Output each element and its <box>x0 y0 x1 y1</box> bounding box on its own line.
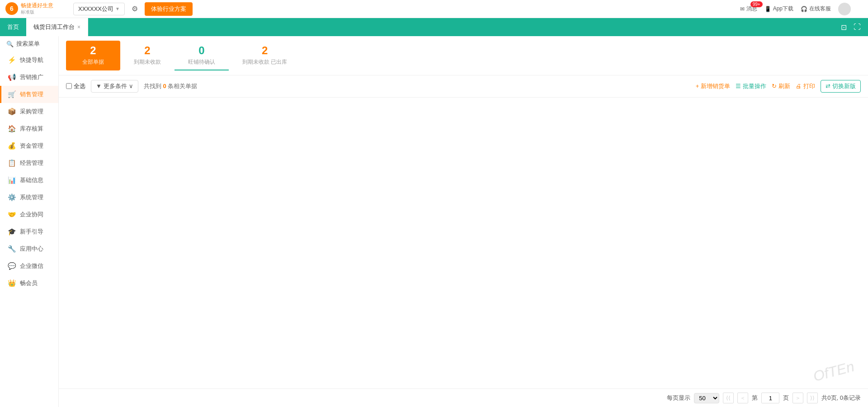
pagination-bar: 每页显示 50 20 100 ⟨⟨ ＜ 第 页 ＞ ⟩⟩ 共0页, 0条记录 <box>59 388 868 407</box>
switch-version-button[interactable]: ⇄ 切换新版 <box>821 80 861 93</box>
guide-icon: 🎓 <box>8 228 16 236</box>
found-prefix: 共找到 <box>144 83 161 89</box>
messages-button[interactable]: ✉ 消息 99+ <box>740 5 757 13</box>
enterprise-icon: 🤝 <box>8 211 16 219</box>
filter-chevron-icon: ∨ <box>129 83 133 89</box>
sidebar-item-inventory[interactable]: 🏠 库存核算 <box>0 120 58 137</box>
filter-button[interactable]: ▼ 更多条件 ∨ <box>91 80 138 93</box>
online-service-label: 在线客服 <box>809 5 831 13</box>
sidebar-item-finance[interactable]: 💰 资金管理 <box>0 137 58 154</box>
mobile-icon: 📱 <box>764 6 771 12</box>
switch-icon: ⇄ <box>826 83 830 89</box>
logo-text-block: 畅捷通好生意 标准版 <box>21 2 53 15</box>
print-label: 打印 <box>803 82 815 90</box>
sidebar-item-quicknav[interactable]: ⚡ 快捷导航 <box>0 51 58 69</box>
logo-name: 畅捷通好生意 <box>21 2 53 9</box>
filter-icon: ▼ <box>96 83 102 89</box>
sidebar-item-basic-info[interactable]: 📊 基础信息 <box>0 172 58 189</box>
sales-label: 销售管理 <box>20 90 43 98</box>
last-page-button[interactable]: ⟩⟩ <box>807 393 818 403</box>
online-service-button[interactable]: 🎧 在线客服 <box>801 5 831 13</box>
search-icon: 🔍 <box>6 41 14 47</box>
card-wangpu-num: 0 <box>198 44 204 57</box>
basic-info-icon: 📊 <box>8 176 16 184</box>
message-icon: ✉ <box>740 6 745 12</box>
tab-close-icon[interactable]: × <box>77 24 80 30</box>
batch-button[interactable]: ☰ 批量操作 <box>736 82 766 90</box>
window-minimize-icon[interactable]: ⊡ <box>838 22 849 33</box>
prev-page-button[interactable]: ＜ <box>737 393 748 403</box>
sidebar-item-member[interactable]: 👑 畅会员 <box>0 275 58 292</box>
sidebar-item-system[interactable]: ⚙️ 系统管理 <box>0 189 58 206</box>
sidebar-item-operations[interactable]: 📋 经营管理 <box>0 154 58 172</box>
marketing-icon: 📢 <box>8 73 16 81</box>
add-sale-button[interactable]: + 新增销货单 <box>696 82 730 90</box>
card-overdue[interactable]: 2 到期未收款 <box>120 41 175 70</box>
select-all-checkbox[interactable]: 全选 <box>66 82 85 90</box>
sidebar-item-enterprise[interactable]: 🤝 企业协同 <box>0 206 58 223</box>
inventory-label: 库存核算 <box>20 125 43 133</box>
quicknav-label: 快捷导航 <box>20 56 43 64</box>
sidebar-item-wecom[interactable]: 💬 企业微信 <box>0 257 58 275</box>
tab-active[interactable]: 钱货日清工作台 × <box>26 18 88 36</box>
select-all-input[interactable] <box>66 83 72 89</box>
main-layout: 🔍 搜索菜单 ⚡ 快捷导航 📢 营销推广 🛒 销售管理 📦 采购管理 🏠 库存核… <box>0 36 868 407</box>
card-wangpu[interactable]: 0 旺铺待确认 <box>175 41 229 70</box>
guide-label: 新手引导 <box>20 228 43 236</box>
member-label: 畅会员 <box>20 279 38 287</box>
empty-content <box>59 98 868 388</box>
found-text: 共找到 0 条相关单据 <box>144 82 197 90</box>
tab-active-label: 钱货日清工作台 <box>33 23 75 31</box>
wecom-icon: 💬 <box>8 262 16 270</box>
page-number-input[interactable] <box>761 393 779 403</box>
per-page-label: 每页显示 <box>667 394 690 402</box>
batch-label: 批量操作 <box>743 82 766 90</box>
purchase-icon: 📦 <box>8 108 16 116</box>
switch-label: 切换新版 <box>832 82 856 90</box>
settings-icon[interactable]: ⚙ <box>128 3 141 15</box>
per-page-select[interactable]: 50 20 100 <box>694 393 719 403</box>
search-menu-item[interactable]: 🔍 搜索菜单 <box>0 36 58 51</box>
quicknav-icon: ⚡ <box>8 56 16 64</box>
sidebar-item-marketing[interactable]: 📢 营销推广 <box>0 69 58 86</box>
card-all-label: 全部单据 <box>82 58 104 66</box>
card-overdue-shipped[interactable]: 2 到期未收款 已出库 <box>229 41 301 70</box>
operations-icon: 📋 <box>8 159 16 167</box>
filter-label: 更多条件 <box>104 82 127 90</box>
system-icon: ⚙️ <box>8 193 16 201</box>
company-selector[interactable]: XXXXXX公司 ▼ <box>73 3 125 15</box>
sidebar-item-purchase[interactable]: 📦 采购管理 <box>0 103 58 120</box>
page-label2: 页 <box>783 394 789 402</box>
print-icon: 🖨 <box>796 83 802 89</box>
header-middle: XXXXXX公司 ▼ ⚙ 体验行业方案 <box>64 2 740 16</box>
search-menu-label: 搜索菜单 <box>16 40 40 48</box>
tab-bar: 首页 钱货日清工作台 × ⊡ ⛶ <box>0 18 868 36</box>
sidebar-item-guide[interactable]: 🎓 新手引导 <box>0 223 58 240</box>
card-overdue-label: 到期未收款 <box>134 58 161 66</box>
inventory-icon: 🏠 <box>8 125 16 133</box>
refresh-button[interactable]: ↻ 刷新 <box>772 82 790 90</box>
window-maximize-icon[interactable]: ⛶ <box>852 22 863 33</box>
print-button[interactable]: 🖨 打印 <box>796 82 815 90</box>
first-page-button[interactable]: ⟨⟨ <box>723 393 734 403</box>
purchase-label: 采购管理 <box>20 108 43 116</box>
headset-icon: 🎧 <box>801 6 807 12</box>
summary-cards: 2 全部单据 2 到期未收款 0 旺铺待确认 2 到期未收款 已出库 <box>59 36 868 75</box>
sidebar: 🔍 搜索菜单 ⚡ 快捷导航 📢 营销推广 🛒 销售管理 📦 采购管理 🏠 库存核… <box>0 36 59 407</box>
refresh-icon: ↻ <box>772 83 777 89</box>
system-label: 系统管理 <box>20 193 43 201</box>
tab-home[interactable]: 首页 <box>0 18 26 36</box>
app-download-label: App下载 <box>773 5 793 13</box>
next-page-button[interactable]: ＞ <box>793 393 803 403</box>
app-download-button[interactable]: 📱 App下载 <box>764 5 793 13</box>
trial-button[interactable]: 体验行业方案 <box>145 2 193 16</box>
sidebar-item-sales[interactable]: 🛒 销售管理 <box>0 86 58 103</box>
logo-icon: 6 <box>5 2 18 15</box>
card-all[interactable]: 2 全部单据 <box>66 41 120 70</box>
apps-label: 应用中心 <box>20 245 43 253</box>
wecom-label: 企业微信 <box>20 262 43 270</box>
avatar[interactable] <box>838 3 851 15</box>
sidebar-item-apps[interactable]: 🔧 应用中心 <box>0 240 58 257</box>
card-wangpu-label: 旺铺待确认 <box>188 58 215 66</box>
operations-label: 经营管理 <box>20 159 43 167</box>
